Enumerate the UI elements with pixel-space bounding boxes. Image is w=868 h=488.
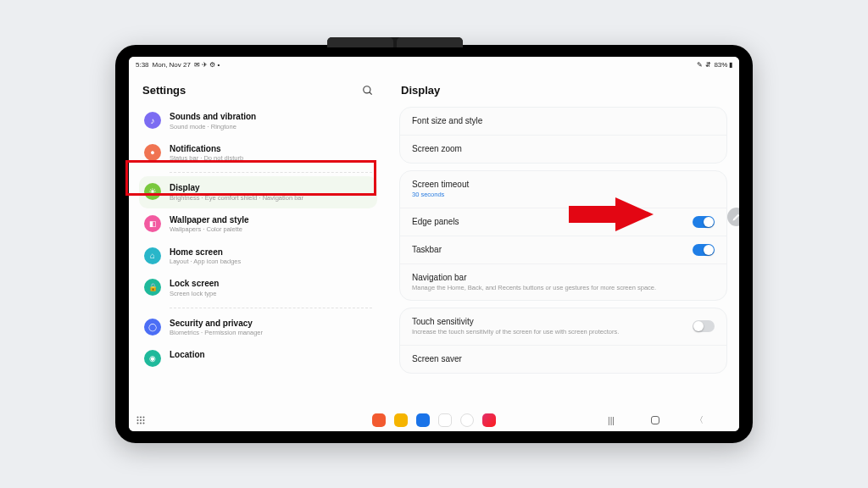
wifi-icon: ⇵ (705, 61, 711, 69)
row-taskbar[interactable]: Taskbar (400, 236, 726, 263)
status-bar: 5:38 Mon, Nov 27 ✉ ✈ ⚙ • ✎ ⇵ 83% ▮ (129, 57, 739, 72)
status-date: Mon, Nov 27 (153, 61, 191, 69)
sidebar-item-location[interactable]: ◉ Location (139, 343, 377, 373)
sidebar-item-label: Sounds and vibration (170, 111, 256, 123)
svg-point-7 (143, 419, 145, 421)
svg-point-10 (143, 423, 145, 424)
row-screen-timeout[interactable]: Screen timeout 30 seconds (400, 171, 726, 208)
pen-icon: ✎ (697, 61, 703, 69)
row-font-size-style[interactable]: Font size and style (400, 108, 726, 135)
svg-line-1 (370, 92, 372, 94)
row-touch-sensitivity[interactable]: Touch sensitivity Increase the touch sen… (400, 308, 726, 345)
home-button[interactable] (651, 416, 659, 424)
content-split: Settings ♪ Sounds and vibration Sound mo… (129, 72, 739, 409)
sidebar-item-label: Display (170, 182, 303, 194)
sidebar-item-label: Security and privacy (170, 318, 263, 330)
camera-notch (327, 37, 463, 47)
row-title: Taskbar (412, 244, 442, 256)
settings-menu-list: ♪ Sounds and vibration Sound mode · Ring… (139, 105, 377, 409)
row-screen-saver[interactable]: Screen saver (400, 345, 726, 373)
sun-icon: ☀ (144, 183, 161, 200)
svg-point-6 (140, 419, 142, 421)
row-sub: Increase the touch sensitivity of the sc… (412, 328, 619, 337)
sidebar-item-sub: Sound mode · Ringtone (170, 123, 256, 131)
pencil-icon (732, 213, 739, 221)
dock-app-icon[interactable] (460, 413, 474, 427)
apps-icon (136, 415, 146, 425)
dock-app-icon[interactable] (438, 413, 452, 427)
divider (170, 308, 372, 308)
svg-point-9 (140, 423, 142, 424)
tablet-frame: 5:38 Mon, Nov 27 ✉ ✈ ⚙ • ✎ ⇵ 83% ▮ Setti… (115, 45, 753, 443)
sidebar-item-lockscreen[interactable]: 🔒 Lock screen Screen lock type (139, 272, 377, 304)
settings-card: Font size and style Screen zoom (399, 107, 727, 164)
home-icon: ⌂ (144, 247, 161, 264)
edge-handle-fab[interactable] (727, 208, 739, 226)
sidebar-item-label: Lock screen (170, 278, 219, 290)
svg-point-5 (137, 419, 139, 421)
row-title: Edge panels (412, 216, 459, 228)
row-title: Screen zoom (412, 143, 462, 155)
sidebar-item-label: Home screen (170, 247, 241, 258)
screen: 5:38 Mon, Nov 27 ✉ ✈ ⚙ • ✎ ⇵ 83% ▮ Setti… (129, 57, 739, 431)
back-button[interactable]: 〈 (693, 414, 705, 426)
status-icons: ✉ ✈ ⚙ • (194, 61, 220, 69)
dock-app-icon[interactable] (372, 413, 386, 427)
settings-sidebar: Settings ♪ Sounds and vibration Sound mo… (129, 72, 387, 409)
sidebar-item-display[interactable]: ☀ Display Brightness · Eye comfort shiel… (139, 176, 377, 208)
search-icon[interactable] (362, 85, 374, 97)
svg-point-0 (364, 86, 370, 92)
row-sub: 30 seconds (412, 191, 469, 200)
svg-point-2 (137, 417, 139, 419)
dock-app-icon[interactable] (394, 413, 408, 427)
sidebar-item-wallpaper[interactable]: ◧ Wallpaper and style Wallpapers · Color… (139, 208, 377, 241)
speaker-icon: ♪ (144, 112, 161, 129)
taskbar-dock (372, 413, 496, 427)
sidebar-item-sub: Screen lock type (170, 290, 219, 298)
row-title: Navigation bar (412, 272, 656, 284)
row-title: Screen timeout (412, 179, 469, 191)
sidebar-item-label: Notifications (170, 143, 243, 155)
status-time: 5:38 (136, 61, 149, 69)
row-screen-zoom[interactable]: Screen zoom (400, 135, 726, 163)
sidebar-item-sub: Biometrics · Permission manager (170, 329, 263, 337)
location-icon: ◉ (144, 350, 161, 367)
row-navigation-bar[interactable]: Navigation bar Manage the Home, Back, an… (400, 263, 726, 301)
sidebar-item-notifications[interactable]: ● Notifications Status bar · Do not dist… (139, 137, 377, 169)
display-panel: Display Font size and style Screen zoom … (387, 72, 739, 409)
row-sub: Manage the Home, Back, and Recents butto… (412, 284, 656, 293)
sidebar-item-label: Location (170, 349, 205, 361)
apps-button[interactable] (136, 415, 146, 425)
row-title: Screen saver (412, 353, 462, 365)
svg-point-3 (140, 417, 142, 419)
settings-card: Screen timeout 30 seconds Edge panels Ta… (399, 170, 727, 301)
settings-card: Touch sensitivity Increase the touch sen… (399, 308, 727, 374)
svg-point-4 (143, 417, 145, 419)
edge-panels-toggle[interactable] (693, 216, 715, 228)
battery-text: 83% ▮ (714, 61, 732, 69)
sidebar-item-sub: Layout · App icon badges (170, 258, 241, 266)
sidebar-item-homescreen[interactable]: ⌂ Home screen Layout · App icon badges (139, 241, 377, 273)
svg-point-8 (137, 423, 139, 424)
row-edge-panels[interactable]: Edge panels (400, 208, 726, 236)
dock-app-icon[interactable] (416, 413, 430, 427)
settings-title: Settings (142, 84, 186, 97)
sidebar-item-sub: Status bar · Do not disturb (170, 154, 243, 163)
touch-sensitivity-toggle[interactable] (693, 320, 715, 332)
row-title: Touch sensitivity (412, 316, 619, 328)
sidebar-item-sub: Wallpapers · Color palette (170, 225, 249, 234)
navigation-bar: ||| 〈 (129, 409, 739, 431)
bell-icon: ● (144, 144, 161, 161)
sidebar-item-sub: Brightness · Eye comfort shield · Naviga… (170, 194, 303, 202)
row-title: Font size and style (412, 115, 482, 127)
sidebar-item-security[interactable]: ◯ Security and privacy Biometrics · Perm… (139, 312, 377, 344)
divider (170, 172, 372, 173)
sidebar-item-label: Wallpaper and style (170, 214, 249, 226)
sidebar-item-sounds[interactable]: ♪ Sounds and vibration Sound mode · Ring… (139, 105, 377, 137)
lock-icon: 🔒 (144, 279, 161, 296)
shield-icon: ◯ (144, 319, 161, 336)
taskbar-toggle[interactable] (693, 244, 715, 256)
palette-icon: ◧ (144, 215, 161, 232)
recents-button[interactable]: ||| (605, 416, 617, 425)
dock-app-icon[interactable] (482, 413, 496, 427)
